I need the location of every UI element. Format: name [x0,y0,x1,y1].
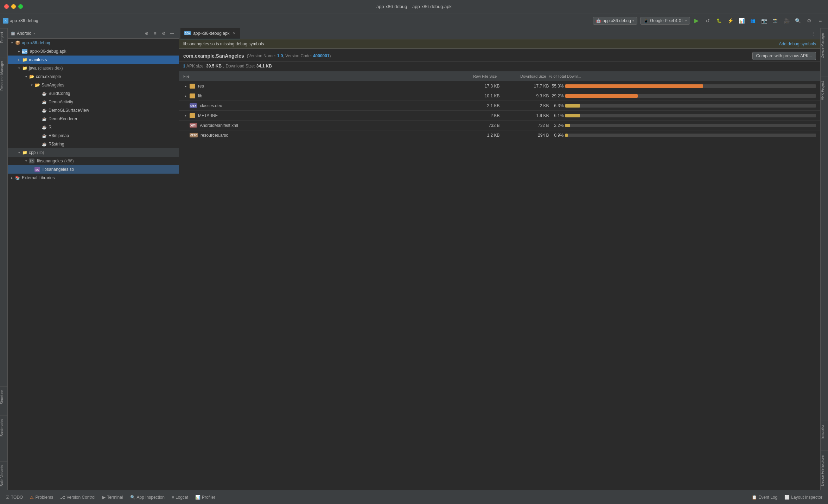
profile-button[interactable]: ⚡ [725,16,735,26]
file-cell-resources-arsc: arsc resources.arsc [183,133,451,138]
close-panel-btn[interactable]: — [168,30,176,37]
run-button[interactable]: ▶ [692,16,701,26]
table-row-lib[interactable]: lib 10.1 KB 9.3 KB 29.2% [179,91,820,101]
tree-item-apk[interactable]: apk app-x86-debug.apk [8,47,179,56]
screenshot-button[interactable]: 📸 [770,16,780,26]
run-config-selector[interactable]: 🤖 app-x86-debug ▾ [593,17,637,25]
sidebar-tab-structure[interactable]: Structure [0,386,7,408]
menu-button[interactable]: ≡ [815,16,825,26]
screen-record-button[interactable]: 🎥 [782,16,791,26]
expand-meta-inf[interactable] [183,113,188,118]
java-label: java [29,66,37,71]
tab-close-btn[interactable]: ✕ [232,31,237,36]
sidebar-tab-apk-project[interactable]: APK Project [821,77,828,104]
add-symbols-link[interactable]: Add debug symbols [779,41,816,46]
tree-item-demoglsurfaceview[interactable]: ☕ DemoGLSurfaceView [8,106,179,115]
sidebar-tab-emulator[interactable]: Emulator [821,420,828,443]
sanangeles-pkg-icon: 📂 [34,83,40,88]
tree-item-external-libs[interactable]: 📚 External Libraries [8,174,179,182]
tree-item-r[interactable]: ☕ R [8,123,179,131]
table-row-res[interactable]: res 17.8 KB 17.7 KB 55.3% [179,81,820,91]
tree-item-buildconfig[interactable]: ☕ BuildConfig [8,89,179,98]
todo-btn[interactable]: ☑ TODO [3,494,26,501]
sidebar-tab-resource-manager[interactable]: Resource Manager [0,57,7,94]
table-header: File Raw File Size Download Size % of To… [179,71,820,81]
manifests-label: manifests [29,57,47,62]
expand-res[interactable] [183,84,188,89]
version-name-value: 1.0 [277,53,283,58]
project-selector[interactable]: A app-x86-debug [3,18,38,24]
meta-inf-raw-size: 2 KB [451,113,500,118]
resources-arsc-bar-bg [565,134,816,137]
table-row-android-manifest[interactable]: xml AndroidManifest.xml 732 B 732 B 2.2% [179,121,820,130]
xml-icon: xml [190,123,197,128]
device-mirror-button[interactable]: 📷 [759,16,769,26]
android-label: Android [17,31,31,36]
warning-icon: ⚠ [30,495,34,500]
tree-item-r-string[interactable]: ☕ R$string [8,140,179,148]
tree-item-libsanangeles-so[interactable]: so libsanangeles.so [8,165,179,174]
apk-file-icon: apk [22,49,27,54]
terminal-btn[interactable]: ▶ Terminal [100,494,126,501]
settings-button[interactable]: ⚙ [804,16,814,26]
tree-item-demoactivity[interactable]: ☕ DemoActivity [8,98,179,106]
device-selector[interactable]: 📱 Google Pixel 4 XL ▾ [640,17,690,25]
coverage-button[interactable]: 📊 [737,16,746,26]
todo-label: TODO [11,495,23,500]
profiler-btn[interactable]: 📊 Profiler [192,494,218,501]
libsanangeles-extra: (x86) [64,159,74,163]
layout-inspector-btn[interactable]: ⬜ Layout Inspector [782,494,825,501]
android-icon: 🤖 [596,18,601,23]
expand-lib[interactable] [183,93,188,98]
sidebar-tab-project[interactable]: Project [0,28,7,46]
table-row-resources-arsc[interactable]: arsc resources.arsc 1.2 KB 294 B 0.9% [179,130,820,140]
close-button[interactable] [4,4,9,9]
tree-item-com-example[interactable]: 📂 com.example [8,72,179,81]
sync-btn[interactable]: ⊕ [143,30,151,37]
android-manifest-bar-cell: 2.2% [549,123,816,128]
chevron-external-libs [9,175,15,181]
avd-manager-button[interactable]: 👥 [748,16,758,26]
android-manifest-raw-size: 732 B [451,123,500,128]
tree-item-demorenderer[interactable]: ☕ DemoRenderer [8,115,179,123]
collapse-btn[interactable]: ≡ [151,30,159,37]
tree-item-app[interactable]: 📦 app-x86-debug [8,39,179,47]
tree-item-cpp[interactable]: 📁 cpp (lib) [8,148,179,157]
sidebar-tab-device-file-explorer[interactable]: Device File Explorer [821,450,828,490]
rerun-button[interactable]: ↺ [703,16,713,26]
file-cell-classes-dex: dex classes.dex [183,103,451,108]
tree-item-libsanangeles[interactable]: lib libsanangeles (x86) [8,157,179,165]
problems-btn[interactable]: ⚠ Problems [27,494,56,501]
debug-button[interactable]: 🐛 [714,16,724,26]
logcat-btn[interactable]: ≡ Logcat [169,494,191,501]
tree-item-sanangeles[interactable]: 📂 SanAngeles [8,81,179,89]
sidebar-tab-device-manager[interactable]: Device Manager [821,28,828,63]
device-name-label: Google Pixel 4 XL [650,18,684,23]
tree-item-manifests[interactable]: 📁 manifests [8,56,179,64]
tree-item-java[interactable]: 📁 java (classes.dex) [8,64,179,72]
todo-icon: ☑ [6,495,9,500]
apk-meta: (Version Name: 1.0, Version Code: 400000… [247,53,331,58]
resources-arsc-pct: 0.9% [549,133,564,138]
compare-btn[interactable]: Compare with previous APK... [752,52,816,60]
table-row-meta-inf[interactable]: META-INF 2 KB 1.9 KB 6.1% [179,111,820,121]
r-mipmap-icon: ☕ [42,133,47,138]
classes-dex-bar-bg [565,104,816,108]
tree-item-r-mipmap[interactable]: ☕ R$mipmap [8,131,179,140]
info-icon: ℹ [183,63,185,69]
apk-tab[interactable]: apk app-x86-debug.apk ✕ [180,28,240,39]
maximize-button[interactable] [18,4,23,9]
panel-header-actions: ⊕ ≡ ⚙ — [143,30,176,37]
search-button[interactable]: 🔍 [793,16,803,26]
event-log-btn[interactable]: 📋 Event Log [749,494,780,501]
sidebar-tab-build-variants[interactable]: Build Variants [0,461,7,490]
external-libs-label: External Libraries [22,175,55,180]
app-inspection-btn[interactable]: 🔍 App Inspection [127,494,167,501]
minimize-button[interactable] [11,4,16,9]
table-row-classes-dex[interactable]: dex classes.dex 2.1 KB 2 KB 6.3% [179,101,820,111]
filter-btn[interactable]: ⚙ [160,30,167,37]
tab-more-btn[interactable]: ⋮ [809,31,819,36]
version-control-btn[interactable]: ⎇ Version Control [57,494,98,501]
lib-folder-icon [190,93,195,98]
sidebar-tab-bookmarks[interactable]: Bookmarks [0,415,7,440]
